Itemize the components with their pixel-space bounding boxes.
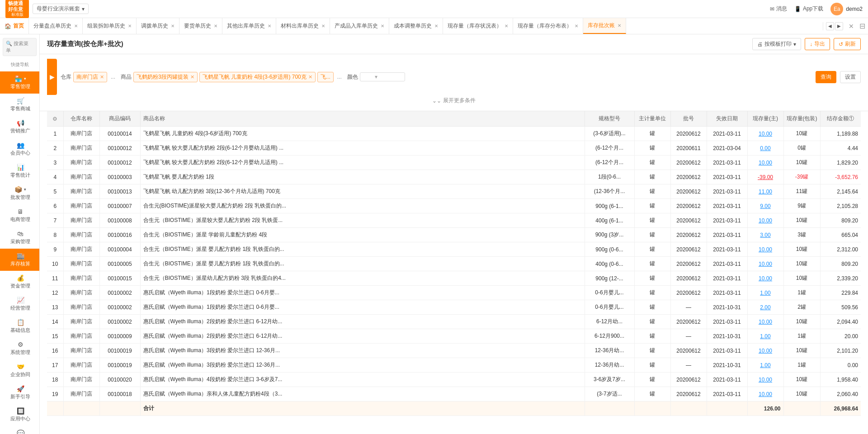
sidebar-item-business[interactable]: 📈 经营管理	[0, 293, 39, 315]
sidebar-item-marketing[interactable]: 📢 营销推广	[0, 116, 39, 138]
industry-select[interactable]: 母婴行业演示账套 ▾	[33, 4, 89, 14]
tab-material-out[interactable]: 材料出库单历史 ✕	[276, 18, 330, 34]
tab-zu-cai[interactable]: 组装拆卸单历史 ✕	[83, 18, 137, 34]
message-btn[interactable]: ✉ 消息	[770, 5, 787, 13]
filter-collapse-btn[interactable]: ▶	[47, 59, 57, 95]
tab-yao-huo[interactable]: 要货单历史 ✕	[179, 18, 222, 34]
sidebar-item-retail[interactable]: 🏪 ▾ 零售管理	[0, 71, 39, 94]
tab-stock-dist-close[interactable]: ✕	[575, 24, 578, 28]
cell-qty-main[interactable]: 10.00	[747, 373, 783, 387]
cell-spec: (3-7岁适...	[585, 387, 634, 401]
tab-tiao-bo[interactable]: 调拨单历史 ✕	[137, 18, 179, 34]
cell-qty-main[interactable]: 10.00	[747, 271, 783, 286]
filter-warehouse-ellipsis[interactable]: ...	[109, 74, 117, 80]
tab-cost-adjust[interactable]: 成本调整单历史 ✕	[389, 18, 443, 34]
filter-tag-goods2-remove[interactable]: ✕	[308, 74, 312, 80]
tab-stock-status[interactable]: 现存量（库存状况表） ✕	[443, 18, 513, 34]
print-btn[interactable]: 🖨 按模板打印 ▾	[752, 38, 801, 50]
cell-qty-main[interactable]: 10.00	[747, 344, 783, 358]
filter-color-select[interactable]: ▾	[360, 72, 405, 81]
filter-tag-goods3[interactable]: 飞...	[317, 72, 334, 82]
cell-qty-main[interactable]: 10.00	[747, 387, 783, 401]
filter-tag-nanang-remove[interactable]: ✕	[100, 74, 104, 80]
wholesale-icon: 📦	[14, 186, 22, 193]
tab-stock-dist[interactable]: 现存量（库存分布表） ✕	[513, 18, 583, 34]
sidebar-item-inventory[interactable]: 🏬 库存核算	[0, 249, 39, 271]
tab-fen-cang[interactable]: 分量盘点单历史 ✕	[29, 18, 83, 34]
tab-product-in[interactable]: 产成品入库单历史 ✕	[330, 18, 389, 34]
sidebar-item-corpwx[interactable]: 💬 企业微信	[0, 426, 39, 434]
sidebar-item-wholesale[interactable]: 📦 ▾ 批发管理	[0, 182, 39, 204]
cell-qty-main[interactable]: 3.00	[747, 228, 783, 242]
settings-icon[interactable]: ⚙	[52, 116, 57, 122]
th-qty-pkg: 现存量(包装)	[783, 111, 820, 127]
sidebar-item-system[interactable]: ⚙ 系统管理	[0, 337, 39, 359]
tab-stock-status-close[interactable]: ✕	[505, 24, 508, 28]
cell-qty-pkg: 10罐	[783, 373, 820, 387]
filter-tag-goods1[interactable]: 飞鹤奶粉3段丙罐提装 ✕	[133, 72, 198, 82]
tab-cost-adjust-close[interactable]: ✕	[434, 24, 438, 28]
cell-qty-main[interactable]: 10.00	[747, 242, 783, 257]
tab-batch-ledger-close[interactable]: ✕	[618, 23, 621, 28]
tab-product-in-close[interactable]: ✕	[381, 24, 384, 28]
sidebar-item-purchase[interactable]: 🛍 采购管理	[0, 226, 39, 249]
tab-zu-cai-close[interactable]: ✕	[128, 24, 132, 28]
cell-qty-main[interactable]: 1.00	[747, 329, 783, 344]
filter-expand-btn[interactable]: ⌄⌄ 展开更多条件	[47, 95, 861, 106]
tab-prev-btn[interactable]: ◀	[826, 22, 834, 30]
user-area[interactable]: Ea demo2	[830, 3, 863, 15]
cell-warehouse: 南岸门店	[63, 358, 99, 373]
cell-balance: 2,339.20	[820, 271, 861, 286]
summary-balance: 26,968.64	[820, 401, 861, 416]
tab-other-out[interactable]: 其他出库单历史 ✕	[222, 18, 276, 34]
filter-tag-nanang[interactable]: 南岸门店 ✕	[73, 72, 107, 82]
cell-qty-main[interactable]: 1.00	[747, 286, 783, 300]
sidebar-item-newguide[interactable]: 🚀 新手引导	[0, 382, 39, 404]
cell-qty-main[interactable]: 10.00	[747, 127, 783, 141]
tab-close-all-btn[interactable]: ✕	[846, 23, 857, 30]
cell-qty-main[interactable]: 9.00	[747, 199, 783, 213]
tab-home[interactable]: 🏠 首页	[0, 18, 29, 34]
sidebar-item-appstore[interactable]: 🔲 应用中心	[0, 404, 39, 426]
cell-qty-main[interactable]: 2.00	[747, 300, 783, 315]
sidebar-search-btn[interactable]: 🔍 搜索菜单	[3, 38, 37, 56]
sidebar-item-basic[interactable]: 📋 基础信息	[0, 315, 39, 337]
cell-qty-main[interactable]: 1.00	[747, 358, 783, 373]
tab-next-btn[interactable]: ▶	[835, 22, 843, 30]
query-btn[interactable]: 查询	[816, 71, 836, 83]
tab-menu-btn[interactable]: ⊟	[857, 22, 868, 30]
username: demo2	[846, 6, 863, 12]
tab-tiao-bo-close[interactable]: ✕	[171, 24, 175, 28]
sidebar-item-retail-shop[interactable]: 🛒 零售商城	[0, 94, 39, 116]
cell-qty-main[interactable]: 11.00	[747, 184, 783, 199]
tab-yao-huo-close[interactable]: ✕	[214, 24, 217, 28]
tab-other-out-close[interactable]: ✕	[268, 24, 271, 28]
cell-warehouse: 南岸门店	[63, 156, 99, 170]
cell-batch: 20200612	[670, 199, 707, 213]
tab-batch-ledger[interactable]: 库存批次账 ✕	[583, 18, 626, 34]
cell-balance: 809.20	[820, 213, 861, 228]
sidebar-item-company[interactable]: 🤝 企业协同	[0, 359, 39, 382]
refresh-btn[interactable]: ↺ 刷新	[834, 38, 861, 50]
tab-fen-cang-close[interactable]: ✕	[74, 24, 78, 28]
cell-code: 00100005	[99, 257, 140, 271]
cell-qty-main[interactable]: 10.00	[747, 156, 783, 170]
cell-qty-main[interactable]: -39.00	[747, 170, 783, 184]
filter-tag-goods2[interactable]: 飞鹤星飞帆 儿童奶粉 4段(3-6岁适用) 700克 ✕	[199, 72, 316, 82]
sidebar-item-finance[interactable]: 💰 资金管理	[0, 271, 39, 293]
tab-material-out-close[interactable]: ✕	[321, 24, 325, 28]
app-download-btn[interactable]: 📱 App下载	[794, 5, 823, 13]
cell-qty-main[interactable]: 10.00	[747, 315, 783, 329]
filter-goods-ellipsis[interactable]: ...	[335, 74, 344, 80]
cell-spec: 900g (3岁...	[585, 228, 634, 242]
export-btn[interactable]: ↓ 导出	[805, 38, 830, 50]
filter-tag-goods1-remove[interactable]: ✕	[190, 74, 194, 80]
filter-area: ▶ 仓库 南岸门店 ✕ ... 商品 飞鹤奶粉3段丙罐	[40, 54, 868, 111]
settings-btn[interactable]: 设置	[840, 71, 861, 83]
th-settings[interactable]: ⚙	[47, 111, 63, 127]
sidebar-item-member[interactable]: 👥 会员中心	[0, 138, 39, 160]
cell-qty-main[interactable]: 10.00	[747, 257, 783, 271]
cell-qty-main[interactable]: 10.00	[747, 213, 783, 228]
sidebar-item-ecommerce[interactable]: 🖥 电商管理	[0, 204, 39, 226]
sidebar-item-retail-stat[interactable]: 📊 零售统计	[0, 160, 39, 182]
